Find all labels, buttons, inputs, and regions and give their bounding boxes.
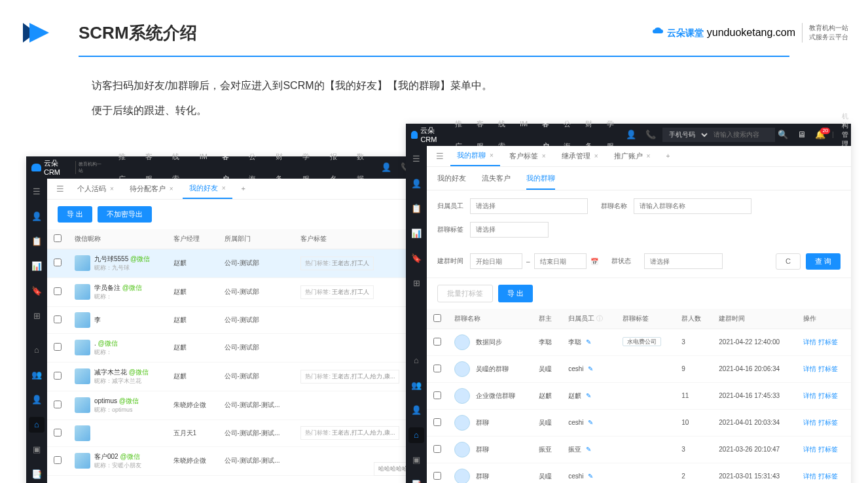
menu-icon[interactable]: ☰ xyxy=(29,184,45,200)
tab-menu-icon[interactable]: ☰ xyxy=(52,181,68,196)
row-checkbox[interactable] xyxy=(54,315,62,323)
export-button[interactable]: 导 出 xyxy=(58,206,92,223)
side-icon-3[interactable]: 📊 xyxy=(408,226,424,241)
detail-link[interactable]: 详情 xyxy=(803,419,816,426)
tag-link[interactable]: 打标签 xyxy=(818,473,838,480)
tag-link[interactable]: 打标签 xyxy=(818,392,838,399)
side-icon-10[interactable]: ▣ xyxy=(408,452,424,468)
edit-icon[interactable]: ✎ xyxy=(588,473,593,480)
side-icon-6[interactable]: ⌂ xyxy=(29,342,45,358)
row-checkbox[interactable] xyxy=(54,401,62,408)
edit-icon[interactable]: ✎ xyxy=(588,365,593,372)
row-checkbox[interactable] xyxy=(433,472,441,480)
table-row[interactable]: optimus @微信昵称：optimus朱晓婷企微公司-测试部-测试... xyxy=(47,391,419,420)
row-checkbox[interactable] xyxy=(433,338,441,346)
side-icon-6[interactable]: ⌂ xyxy=(408,353,424,368)
monitor-icon[interactable]: 🖥 xyxy=(795,130,808,139)
search-input[interactable] xyxy=(710,128,775,142)
row-checkbox[interactable] xyxy=(54,456,62,464)
phone-icon[interactable]: 📞 xyxy=(643,130,659,139)
tag-link[interactable]: 打标签 xyxy=(818,419,838,426)
user-icon[interactable]: 👤 xyxy=(623,130,639,139)
detail-link[interactable]: 详情 xyxy=(803,446,816,453)
side-icon-5[interactable]: ⊞ xyxy=(408,276,424,291)
select-all-checkbox[interactable] xyxy=(433,314,441,322)
side-icon-2[interactable]: 📋 xyxy=(29,234,45,249)
tab-add[interactable]: + xyxy=(659,152,676,160)
tab-待分配客户[interactable]: 待分配客户× xyxy=(123,178,180,199)
edit-icon[interactable]: ✎ xyxy=(586,446,591,453)
row-checkbox[interactable] xyxy=(433,418,441,426)
menu-icon[interactable]: ☰ xyxy=(408,151,424,167)
tag-link[interactable]: 打标签 xyxy=(818,446,838,453)
tag-select[interactable] xyxy=(470,222,549,238)
table-row[interactable]: 吴瞳的群聊吴瞳ceshi ✎92021-04-16 20:06:34详情 打标签 xyxy=(427,355,851,382)
close-icon[interactable]: × xyxy=(110,185,114,192)
calendar-icon[interactable]: 📅 xyxy=(590,258,598,265)
table-row[interactable]: 九号球5555 @微信昵称：九号球赵麒公司-测试部热门标签: 王老吉,打工人 xyxy=(47,249,419,277)
tab-推广账户[interactable]: 推广账户× xyxy=(607,145,657,166)
side-icon-2[interactable]: 📋 xyxy=(408,201,424,217)
subtab-我的好友[interactable]: 我的好友 xyxy=(437,173,466,190)
detail-link[interactable]: 详情 xyxy=(803,365,816,372)
export-raw-button[interactable]: 不加密导出 xyxy=(98,206,152,223)
row-checkbox[interactable] xyxy=(433,391,441,399)
side-icon-4[interactable]: 🔖 xyxy=(408,251,424,266)
edit-icon[interactable]: ✎ xyxy=(586,392,591,399)
detail-link[interactable]: 详情 xyxy=(803,392,816,399)
batch-tag-button[interactable]: 批量打标签 xyxy=(437,285,493,302)
side-icon-5[interactable]: ⊞ xyxy=(29,308,45,324)
search-type-select[interactable]: 手机号码 xyxy=(662,128,710,142)
side-icon-3[interactable]: 📊 xyxy=(29,259,45,274)
side-icon-1[interactable]: 👤 xyxy=(408,176,424,192)
side-icon-7[interactable]: 👥 xyxy=(408,378,424,393)
status-select[interactable] xyxy=(644,253,723,269)
tab-个人活码[interactable]: 个人活码× xyxy=(71,178,120,199)
table-row[interactable]: 五月天1公司-测试部-测试...热门标签: 王老吉,打工人,给力,康... xyxy=(47,420,419,446)
table-row[interactable]: 数据同步李聪李聪 ✎水电费公司32021-04-22 12:40:00详情 打标… xyxy=(427,329,851,355)
bell-icon[interactable]: 🔔20 xyxy=(812,130,828,139)
close-icon[interactable]: × xyxy=(594,152,598,160)
close-icon[interactable]: × xyxy=(170,185,173,192)
table-row[interactable]: 企业微信群聊赵麒赵麒 ✎112021-04-16 17:45:33详情 打标签 xyxy=(427,382,851,409)
search-icon[interactable]: 🔍 xyxy=(775,130,791,139)
side-icon-11[interactable]: 📑 xyxy=(29,467,45,482)
side-icon-11[interactable]: 📑 xyxy=(408,477,424,483)
close-icon[interactable]: × xyxy=(490,152,494,159)
subtab-流失客户[interactable]: 流失客户 xyxy=(482,173,511,190)
export-button[interactable]: 导 出 xyxy=(498,285,533,302)
table-row[interactable]: 减字木兰花 @微信昵称：减字木兰花赵麒公司-测试部热门标签: 王老吉,打工人,给… xyxy=(47,362,419,391)
close-icon[interactable]: × xyxy=(647,152,651,160)
tab-我的群聊[interactable]: 我的群聊× xyxy=(450,145,500,166)
reset-button[interactable]: C xyxy=(776,253,801,270)
side-icon-10[interactable]: ▣ xyxy=(29,442,45,457)
tab-客户标签[interactable]: 客户标签× xyxy=(503,145,552,166)
side-icon-4[interactable]: 🔖 xyxy=(29,283,45,299)
row-checkbox[interactable] xyxy=(54,372,62,380)
row-checkbox[interactable] xyxy=(433,365,441,372)
table-row[interactable]: 群聊吴瞳ceshi ✎22021-03-01 15:31:43详情 打标签 xyxy=(427,463,851,483)
detail-link[interactable]: 详情 xyxy=(803,338,816,346)
side-icon-9[interactable]: ⌂ xyxy=(29,417,45,433)
side-icon-8[interactable]: 👤 xyxy=(408,402,424,418)
tab-menu-icon[interactable]: ☰ xyxy=(432,148,448,164)
row-checkbox[interactable] xyxy=(433,445,441,453)
table-row[interactable]: 学员备注 @微信昵称：赵麒公司-测试部热门标签: 王老吉,打工人 xyxy=(47,277,419,306)
tab-我的好友[interactable]: 我的好友× xyxy=(183,178,232,199)
tag-link[interactable]: 打标签 xyxy=(818,365,838,372)
end-date[interactable] xyxy=(534,253,587,269)
side-icon-7[interactable]: 👥 xyxy=(29,367,45,383)
edit-icon[interactable]: ✎ xyxy=(588,419,593,426)
tab-继承管理[interactable]: 继承管理× xyxy=(555,145,605,166)
info-icon[interactable]: ⓘ xyxy=(596,315,603,322)
row-checkbox[interactable] xyxy=(54,259,62,266)
side-icon-8[interactable]: 👤 xyxy=(29,392,45,408)
close-icon[interactable]: × xyxy=(542,152,546,160)
subtab-我的群聊[interactable]: 我的群聊 xyxy=(526,173,555,190)
edit-icon[interactable]: ✎ xyxy=(586,338,591,346)
table-row[interactable]: 群聊振亚振亚 ✎32021-03-26 20:10:47详情 打标签 xyxy=(427,436,851,463)
user-icon[interactable]: 👤 xyxy=(378,162,394,172)
table-row[interactable]: 李 赵麒公司-测试部 xyxy=(47,306,419,333)
select-all-checkbox[interactable] xyxy=(54,234,62,242)
side-icon-9[interactable]: ⌂ xyxy=(408,427,424,443)
